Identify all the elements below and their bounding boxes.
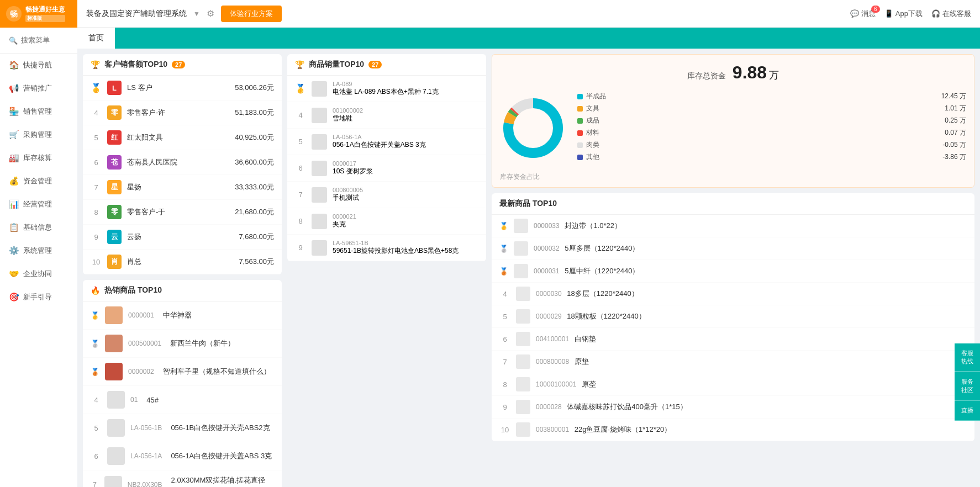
finance-icon: 💰 <box>9 176 19 186</box>
customer-avatar-4: 苍 <box>107 155 122 170</box>
customer-rank-list: 🥇 L LS 客户 53,006.26元 4 零 零售客户-许 51,183.0… <box>83 76 282 274</box>
mobile-icon: 📱 <box>884 9 893 18</box>
legend-color-2 <box>577 118 583 124</box>
float-service-button[interactable]: 客服热线 <box>955 343 980 372</box>
app-download-button[interactable]: 📱 App下载 <box>884 9 923 19</box>
legend-item-0: 半成品 12.45 万 <box>577 92 966 101</box>
hot-name-3: 智利车子里（规格不知道填什么） <box>163 367 271 377</box>
legend-item-5: 其他 -3.86 万 <box>577 152 966 162</box>
customer-ranking-badge: 27 <box>172 61 185 68</box>
bronze-medal-icon: 🥉 <box>499 267 508 276</box>
basic-icon: 📋 <box>9 223 19 232</box>
customer-amount-3: 40,925.00元 <box>235 133 274 142</box>
product-name-3: 056-1A白色按键开关盖ABS 3克 <box>333 140 478 150</box>
product-rank-item-1: 🥇 LA-089 电池盖 LA-089 ABS本色+黑种 7.1克 <box>287 76 486 102</box>
product-name-5: 手机测试 <box>333 193 478 203</box>
newest-img-5 <box>516 309 530 324</box>
enterprise-icon: 🤝 <box>9 269 19 279</box>
message-icon: 💬 <box>850 9 859 18</box>
hot-name-1: 中华神器 <box>163 310 192 320</box>
system-icon: ⚙️ <box>9 246 19 256</box>
product-img-4 <box>312 161 327 176</box>
float-community-button[interactable]: 服务社区 <box>955 372 980 400</box>
float-live-button[interactable]: 直播 <box>955 400 980 421</box>
hot-product-5: 5 LA-056-1B 056-1B白色按键开关壳ABS2克 <box>83 414 282 442</box>
topbar: 装备及固定资产辅助管理系统 ▼ ⚙ 体验行业方案 💬 消息 6 📱 App下载 … <box>77 0 980 28</box>
customer-amount-7: 7,680.00元 <box>239 232 274 242</box>
product-name-4: 10S 变树罗浆 <box>333 167 478 176</box>
customer-ranking-header: 🏆 客户销售额TOP10 27 <box>83 54 282 76</box>
legend-value-4: -0.05 万 <box>942 140 966 150</box>
sidebar-search-area[interactable]: 🔍 搜索菜单 <box>0 28 77 54</box>
tab-home[interactable]: 首页 <box>77 28 115 49</box>
hot-name-4: 45# <box>146 396 159 404</box>
trial-button[interactable]: 体验行业方案 <box>221 6 282 22</box>
customer-ranking-title: 客户销售额TOP10 <box>104 60 167 70</box>
nav-tabs: 首页 <box>77 28 980 49</box>
sidebar-item-guide[interactable]: 🎯 新手引导 <box>0 285 77 309</box>
customer-amount-1: 53,006.26元 <box>235 83 274 93</box>
customer-avatar-6: 零 <box>107 205 122 219</box>
newest-products-list: 🥇 0000033 封边带（1.0*22） 🥈 <box>492 215 974 441</box>
gold-medal-icon: 🥇 <box>499 222 508 230</box>
product-ranking-header: 🏆 商品销量TOP10 27 <box>287 54 486 76</box>
sidebar-item-sales[interactable]: 🏪 销售管理 <box>0 100 77 123</box>
silver-medal-icon: 🥈 <box>499 245 508 253</box>
legend-color-4 <box>577 142 583 148</box>
hot-code-1: 0000001 <box>128 311 154 319</box>
svg-text:畅: 畅 <box>10 9 18 18</box>
newest-item-9: 9 0000028 体碱嘉核味苏打饮品400毫升（1*15） <box>492 396 974 419</box>
newest-item-3: 🥉 0000031 5厘中纤（1220*2440） <box>492 260 974 283</box>
hot-name-6: 056-1A白色按键开关盖ABS 3克 <box>171 451 272 461</box>
gold-medal-icon: 🥇 <box>91 311 99 320</box>
newest-products-panel: 最新商品 TOP10 🥇 0000033 封边带（1.0*22） <box>492 193 974 441</box>
hot-product-1: 🥇 0000001 中华神器 <box>83 301 282 330</box>
operation-icon: 📊 <box>9 199 19 209</box>
customer-name-3: 红太阳文具 <box>127 133 229 142</box>
legend-value-3: 0.07 万 <box>945 128 966 137</box>
gear-icon[interactable]: ⚙ <box>207 8 214 19</box>
sidebar-item-enterprise[interactable]: 🤝 企业协同 <box>0 262 77 285</box>
hot-product-6: 6 LA-056-1A 056-1A白色按键开关盖ABS 3克 <box>83 442 282 470</box>
product-rank-item-4: 6 0000017 10S 变树罗浆 <box>287 155 486 182</box>
hot-product-img-3 <box>105 363 123 380</box>
sidebar-item-finance[interactable]: 💰 资金管理 <box>0 170 77 193</box>
search-icon: 🔍 <box>9 36 18 45</box>
gold-medal-icon: 🥇 <box>295 83 306 94</box>
hot-product-img-1 <box>105 306 123 324</box>
dropdown-arrow-icon[interactable]: ▼ <box>193 10 200 18</box>
newest-img-1 <box>514 219 528 233</box>
sales-icon: 🏪 <box>9 107 19 117</box>
customer-name-7: 云扬 <box>127 232 233 242</box>
sidebar-item-purchase[interactable]: 🛒 采购管理 <box>0 123 77 146</box>
sidebar-item-quick-nav[interactable]: 🏠 快捷导航 <box>0 54 77 77</box>
three-column-layout: 🏆 客户销售额TOP10 27 🥇 L LS 客户 53,006.26元 <box>83 54 974 487</box>
newest-img-7 <box>516 354 530 369</box>
sidebar-item-inventory[interactable]: 🏭 库存核算 <box>0 146 77 170</box>
product-ranking-badge: 27 <box>368 61 382 68</box>
sidebar-item-operation[interactable]: 📊 经营管理 <box>0 193 77 216</box>
customer-rank-item-1: 🥇 L LS 客户 53,006.26元 <box>83 76 282 100</box>
message-button[interactable]: 💬 消息 6 <box>850 9 876 19</box>
legend-label-5: 其他 <box>586 152 939 162</box>
customer-rank-item-2: 4 零 零售客户-许 51,183.00元 <box>83 100 282 125</box>
newest-item-6: 6 004100001 白钢垫 <box>492 328 974 351</box>
customer-rank-item-6: 8 零 零售客户-于 21,680.00元 <box>83 200 282 225</box>
sidebar-item-basic[interactable]: 📋 基础信息 <box>0 216 77 239</box>
sidebar-item-marketing[interactable]: 📢 营销推广 <box>0 77 77 100</box>
sidebar-navigation: 🏠 快捷导航 📢 营销推广 🏪 销售管理 🛒 采购管理 🏭 库存核算 💰 <box>0 54 77 487</box>
newest-item-4: 4 0000030 18多层（1220*2440） <box>492 283 974 305</box>
sidebar-item-system[interactable]: ⚙️ 系统管理 <box>0 239 77 262</box>
search-menu-button[interactable]: 🔍 搜索菜单 <box>4 32 73 49</box>
online-service-button[interactable]: 🎧 在线客服 <box>931 9 971 19</box>
product-rank-item-7: 9 LA-59651-1B 59651-1B旋转投影灯电池盒ABS黑色+58克 <box>287 235 486 261</box>
newest-img-4 <box>516 287 530 301</box>
legend-label-3: 材料 <box>586 128 941 137</box>
customer-avatar-8: 肖 <box>107 255 122 269</box>
hot-code-5: LA-056-1B <box>130 424 162 432</box>
product-img-6 <box>312 214 327 229</box>
product-img-5 <box>312 187 327 203</box>
hot-products-title: 热销商品 TOP10 <box>104 285 162 295</box>
inventory-total-area: 库存总资金 9.88 万 <box>492 55 974 86</box>
product-rank-item-6: 8 0000021 夹克 <box>287 208 486 235</box>
